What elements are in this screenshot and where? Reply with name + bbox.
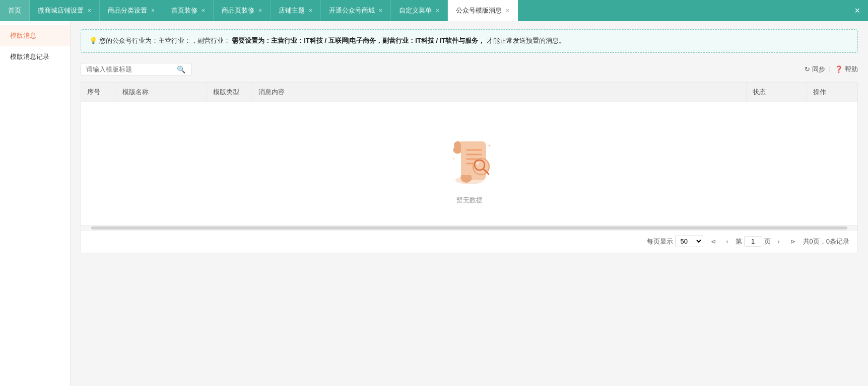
tab-template-msg-close[interactable]: × [506, 7, 509, 14]
tab-product-decor-label: 商品页装修 [222, 6, 254, 15]
scrollbar-track [91, 226, 847, 229]
tab-open-mall-close[interactable]: × [379, 7, 382, 14]
sync-icon: ↻ [805, 65, 810, 73]
tab-product-decor-close[interactable]: × [258, 7, 262, 14]
svg-point-8 [476, 162, 479, 165]
page-size-label: 每页显示 [647, 237, 673, 246]
search-input-wrap: 🔍 [81, 63, 191, 76]
notice-icon: 💡 [89, 37, 97, 44]
tab-home-decor[interactable]: 首页装修 × [163, 0, 214, 21]
sidebar: 模版消息 模版消息记录 [0, 21, 71, 386]
tab-bar: 首页 微商城店铺设置 × 商品分类设置 × 首页装修 × 商品页装修 × 店铺主… [0, 0, 868, 21]
page-last-button[interactable]: ⊳ [787, 236, 799, 248]
notice-text-bold: 需要设置为：主营行业：IT科技 / 互联网|电子商务，副营行业：IT科技 / I… [232, 37, 485, 44]
search-left: 🔍 [81, 63, 191, 76]
table-header: 序号 模版名称 模版类型 消息内容 状态 操作 [81, 83, 857, 102]
tab-category-settings[interactable]: 商品分类设置 × [100, 0, 163, 21]
notice-text-prefix: 您的公众号行业为：主营行业：，副营行业： [99, 37, 230, 44]
tab-home-decor-label: 首页装修 [171, 6, 197, 15]
page-prev-button[interactable]: ‹ [721, 236, 733, 248]
search-icon[interactable]: 🔍 [177, 65, 185, 73]
sync-label: 同步 [812, 65, 825, 74]
search-bar: 🔍 ↻ 同步 | ❓ 帮助 [81, 63, 858, 76]
page-label-di: 第 [736, 237, 742, 246]
tab-bar-close-all[interactable]: × [846, 6, 868, 16]
help-button[interactable]: ❓ 帮助 [835, 65, 858, 74]
page-navigation: ⊲ ‹ 第 页 › ⊳ [707, 236, 799, 248]
tab-product-decor[interactable]: 商品页装修 × [214, 0, 271, 21]
tab-template-msg-label: 公众号模版消息 [456, 6, 502, 15]
sidebar-item-template-msg[interactable]: 模版消息 [0, 25, 70, 46]
tab-custom-menu-close[interactable]: × [436, 7, 439, 14]
data-table: 序号 模版名称 模版类型 消息内容 状态 操作 [81, 82, 858, 253]
tab-home-decor-close[interactable]: × [202, 7, 205, 14]
tab-custom-menu-label: 自定义菜单 [399, 6, 432, 15]
tab-template-msg[interactable]: 公众号模版消息 × [448, 0, 518, 21]
notice-text-suffix: 才能正常发送预置的消息。 [487, 37, 565, 44]
tab-wsc-settings[interactable]: 微商城店铺设置 × [30, 0, 100, 21]
tab-store-theme-label: 店铺主题 [279, 6, 305, 15]
empty-text: 暂无数据 [456, 196, 483, 205]
main-layout: 模版消息 模版消息记录 💡 您的公众号行业为：主营行业：，副营行业： 需要设置为… [0, 21, 868, 386]
tab-category-settings-close[interactable]: × [151, 7, 155, 14]
sync-button[interactable]: ↻ 同步 [805, 65, 825, 74]
page-number-input[interactable] [744, 236, 762, 247]
page-first-button[interactable]: ⊲ [707, 236, 719, 248]
page-size-dropdown[interactable]: 50 20 100 [675, 236, 703, 247]
sidebar-item-template-msg-record[interactable]: 模版消息记录 [0, 46, 70, 67]
th-seq: 序号 [81, 83, 116, 102]
pagination: 每页显示 50 20 100 ⊲ ‹ 第 页 › ⊳ 共0页，0条记录 [81, 230, 857, 253]
tab-wsc-settings-close[interactable]: × [88, 7, 91, 14]
horizontal-scrollbar[interactable] [81, 225, 857, 230]
search-input[interactable] [86, 65, 177, 73]
search-right: ↻ 同步 | ❓ 帮助 [805, 65, 858, 74]
th-action: 操作 [807, 83, 857, 102]
total-text: 共0页，0条记录 [803, 237, 849, 246]
tab-store-theme[interactable]: 店铺主题 × [271, 0, 321, 21]
page-unit: 页 [764, 237, 771, 246]
tab-open-mall[interactable]: 开通公众号商城 × [321, 0, 391, 21]
divider: | [829, 65, 831, 73]
tab-home[interactable]: 首页 [0, 0, 30, 21]
help-label: 帮助 [845, 65, 858, 74]
content-area: 💡 您的公众号行业为：主营行业：，副营行业： 需要设置为：主营行业：IT科技 /… [71, 21, 868, 386]
help-icon: ❓ [835, 65, 843, 73]
sidebar-item-template-msg-label: 模版消息 [10, 32, 36, 39]
empty-state: ✦ ✦ • 暂无数据 [81, 102, 857, 225]
tab-custom-menu[interactable]: 自定义菜单 × [391, 0, 448, 21]
th-name: 模版名称 [116, 83, 207, 102]
page-size-select: 每页显示 50 20 100 [647, 236, 703, 247]
tab-category-settings-label: 商品分类设置 [108, 6, 147, 15]
tab-open-mall-label: 开通公众号商城 [329, 6, 375, 15]
tab-wsc-settings-label: 微商城店铺设置 [38, 6, 84, 15]
svg-text:✦: ✦ [452, 157, 455, 161]
sidebar-item-template-msg-record-label: 模版消息记录 [10, 53, 49, 60]
tab-store-theme-close[interactable]: × [309, 7, 312, 14]
empty-icon: ✦ ✦ • [442, 132, 497, 188]
notice-banner: 💡 您的公众号行业为：主营行业：，副营行业： 需要设置为：主营行业：IT科技 /… [81, 29, 858, 53]
page-next-button[interactable]: › [773, 236, 785, 248]
th-type: 模版类型 [207, 83, 252, 102]
svg-text:✦: ✦ [487, 143, 491, 148]
th-content: 消息内容 [252, 83, 747, 102]
th-status: 状态 [747, 83, 807, 102]
tab-home-label: 首页 [8, 6, 21, 15]
svg-text:•: • [490, 155, 491, 158]
